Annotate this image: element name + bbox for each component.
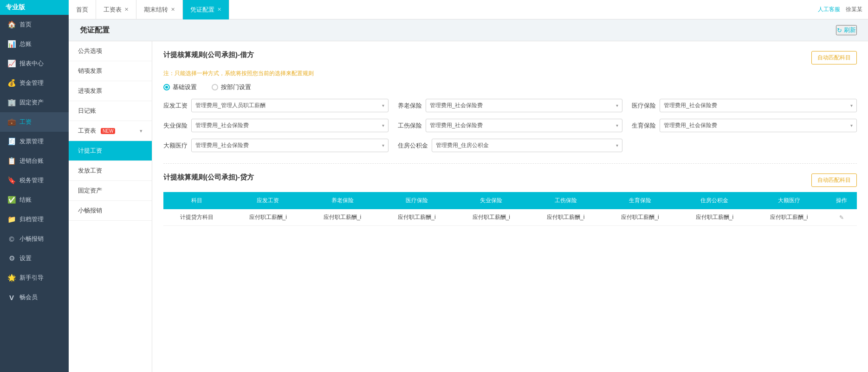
field-shengyu-label: 生育保险 <box>632 122 656 130</box>
sidebar-item-tax[interactable]: 🔖 税务管理 <box>0 171 69 190</box>
section2-title: 计提核算规则(公司承担)-贷方 <box>163 173 254 182</box>
archive-icon: 📁 <box>7 215 16 224</box>
field-gongshang-select[interactable]: 管理费用_社会保险费 ▾ <box>426 119 623 132</box>
row-yiliao: 应付职工薪酬_i <box>380 209 454 226</box>
ledger-icon: 📊 <box>7 40 16 48</box>
tab-voucher-close[interactable]: ✕ <box>217 6 221 13</box>
sidebar-item-archive[interactable]: 📁 归档管理 <box>0 210 69 229</box>
tab-home[interactable]: 首页 <box>69 0 96 19</box>
side-menu-accrue[interactable]: 计提工资 <box>69 141 152 161</box>
side-menu-fixed[interactable]: 固定资产 <box>69 181 152 201</box>
invoice-icon: 🧾 <box>7 137 16 146</box>
form-grid-debit: 应发工资 管理费用_管理人员职工薪酬 ▾ 养老保险 管理费用_社会保险费 ▾ <box>163 99 857 152</box>
row-subject: 计提贷方科目 <box>163 209 231 226</box>
side-menu-payroll[interactable]: 工资表 NEW ▾ <box>69 121 152 141</box>
sidebar-item-ledger[interactable]: 📊 总账 <box>0 34 69 54</box>
field-shengyu-select[interactable]: 管理费用_社会保险费 ▾ <box>660 119 857 132</box>
username: 徐某某 <box>846 6 862 13</box>
main-area: 首页 工资表 ✕ 期末结转 ✕ 凭证配置 ✕ 人工客服 徐某某 凭证配置 ↻ 刷… <box>69 0 868 372</box>
col-gongshang: 工伤保险 <box>528 192 602 209</box>
customer-service[interactable]: 人工客服 <box>818 6 840 13</box>
field-yingfa: 应发工资 管理费用_管理人员职工薪酬 ▾ <box>163 99 389 112</box>
field-zhufang-select[interactable]: 管理费用_住房公积金 ▾ <box>432 139 623 152</box>
chevron-down-icon: ▾ <box>616 143 618 148</box>
main-content: 计提核算规则(公司承担)-借方 自动匹配科目 注：只能选择一种方式，系统将按照您… <box>152 41 868 372</box>
field-daeliao-select[interactable]: 管理费用_社会保险费 ▾ <box>191 139 389 152</box>
refresh-button[interactable]: ↻ 刷新 <box>836 25 857 35</box>
row-yanglao: 应付职工薪酬_i <box>305 209 379 226</box>
credit-table: 科目 应发工资 养老保险 医疗保险 失业保险 工伤保险 生育保险 住房公积金 大… <box>163 192 857 226</box>
col-zhufang: 住房公积金 <box>677 192 751 209</box>
purchase-icon: 📋 <box>7 157 16 165</box>
auto-match-credit-button[interactable]: 自动匹配科目 <box>811 173 857 187</box>
sidebar-item-expense[interactable]: © 小畅报销 <box>0 229 69 249</box>
layout: 公共选项 销项发票 进项发票 日记账 工资表 NEW ▾ 计提工资 发放工资 <box>69 41 868 372</box>
sidebar-item-assets[interactable]: 🏢 固定资产 <box>0 93 69 112</box>
sidebar-item-guide[interactable]: 🌟 新手引导 <box>0 268 69 288</box>
settings-icon: ⚙ <box>7 254 16 263</box>
sidebar-item-member[interactable]: V 畅会员 <box>0 288 69 307</box>
col-shengyu: 生育保险 <box>603 192 677 209</box>
side-menu-journal[interactable]: 日记账 <box>69 101 152 121</box>
auto-match-debit-button[interactable]: 自动匹配科目 <box>811 51 857 64</box>
tab-salary[interactable]: 工资表 ✕ <box>96 0 136 19</box>
col-yiliao: 医疗保险 <box>380 192 454 209</box>
member-icon: V <box>7 294 16 301</box>
funds-icon: 💰 <box>7 79 16 87</box>
tab-voucher[interactable]: 凭证配置 ✕ <box>183 0 229 19</box>
radio-basic[interactable]: 基础设置 <box>163 83 197 91</box>
radio-department[interactable]: 按部门设置 <box>212 83 251 91</box>
chevron-down-icon: ▾ <box>382 143 384 148</box>
chevron-down-icon: ▾ <box>382 103 384 108</box>
section-divider <box>163 163 857 164</box>
field-zhufang-label: 住房公积金 <box>398 141 428 150</box>
sidebar-item-purchase[interactable]: 📋 进销台账 <box>0 151 69 171</box>
refresh-icon: ↻ <box>837 27 842 34</box>
field-gongshang-label: 工伤保险 <box>398 122 422 130</box>
sidebar-item-home[interactable]: 🏠 首页 <box>0 15 69 34</box>
tab-salary-close[interactable]: ✕ <box>124 6 129 13</box>
field-yiliao: 医疗保险 管理费用_社会保险费 ▾ <box>632 99 857 112</box>
assets-icon: 🏢 <box>7 98 16 107</box>
row-zhufang: 应付职工薪酬_i <box>677 209 751 226</box>
section1-note: 注：只能选择一种方式，系统将按照您当前的选择来配置规则 <box>163 70 857 77</box>
field-yiliao-select[interactable]: 管理费用_社会保险费 ▾ <box>660 99 857 112</box>
side-menu-reimbursement[interactable]: 小畅报销 <box>69 201 152 221</box>
sidebar-item-salary[interactable]: 💼 工资 <box>0 112 69 132</box>
side-menu-output[interactable]: 销项发票 <box>69 61 152 81</box>
radio-dept-circle <box>212 84 218 90</box>
sidebar-item-settings[interactable]: ⚙ 设置 <box>0 249 69 268</box>
field-shengyu: 生育保险 管理费用_社会保险费 ▾ <box>632 119 857 132</box>
field-shiye-label: 失业保险 <box>163 122 188 130</box>
side-menu-disburse[interactable]: 发放工资 <box>69 161 152 181</box>
field-yanglao-select[interactable]: 管理费用_社会保险费 ▾ <box>426 99 623 112</box>
sidebar: 专业版 🏠 首页 📊 总账 📈 报表中心 💰 资金管理 🏢 固定资产 💼 工资 … <box>0 0 69 372</box>
field-shiye-select[interactable]: 管理费用_社会保险费 ▾ <box>191 119 389 132</box>
payroll-expand-icon: ▾ <box>140 128 143 134</box>
tab-period-close[interactable]: ✕ <box>171 6 175 13</box>
sidebar-item-funds[interactable]: 💰 资金管理 <box>0 73 69 93</box>
col-yingfa: 应发工资 <box>231 192 305 209</box>
sidebar-item-reports[interactable]: 📈 报表中心 <box>0 54 69 73</box>
guide-icon: 🌟 <box>7 274 16 282</box>
tab-period[interactable]: 期末结转 ✕ <box>136 0 183 19</box>
sidebar-item-checkout[interactable]: ✅ 结账 <box>0 190 69 210</box>
row-edit[interactable]: ✎ <box>826 209 857 226</box>
home-icon: 🏠 <box>7 20 16 29</box>
side-menu-input[interactable]: 进项发票 <box>69 81 152 101</box>
page-title: 凭证配置 <box>80 26 110 35</box>
field-yiliao-label: 医疗保险 <box>632 102 656 110</box>
field-empty <box>632 139 857 152</box>
chevron-down-icon: ▾ <box>616 123 618 128</box>
field-gongshang: 工伤保险 管理费用_社会保险费 ▾ <box>398 119 623 132</box>
chevron-down-icon: ▾ <box>850 103 853 108</box>
sidebar-item-invoice[interactable]: 🧾 发票管理 <box>0 132 69 151</box>
edit-icon[interactable]: ✎ <box>839 214 844 221</box>
field-yingfa-select[interactable]: 管理费用_管理人员职工薪酬 ▾ <box>191 99 389 112</box>
field-yanglao: 养老保险 管理费用_社会保险费 ▾ <box>398 99 623 112</box>
row-yingfa: 应付职工薪酬_i <box>231 209 305 226</box>
section-debit: 计提核算规则(公司承担)-借方 自动匹配科目 注：只能选择一种方式，系统将按照您… <box>163 51 857 152</box>
col-subject: 科目 <box>163 192 231 209</box>
salary-icon: 💼 <box>7 118 16 126</box>
side-menu-common[interactable]: 公共选项 <box>69 41 152 61</box>
